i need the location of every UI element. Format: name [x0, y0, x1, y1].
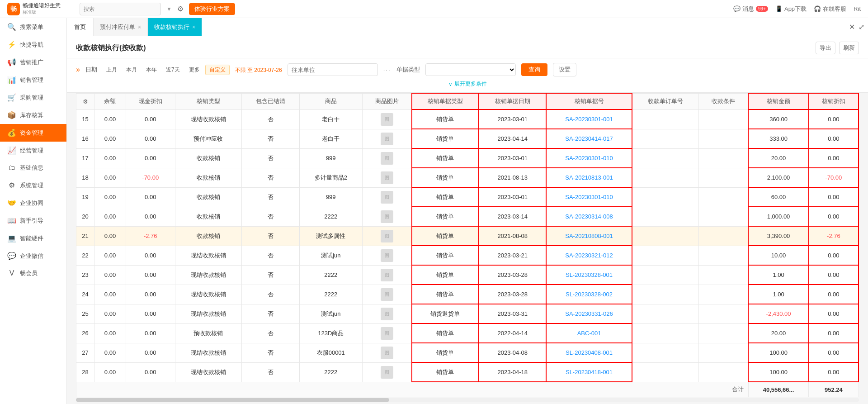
date-btn-7days[interactable]: 近7天	[162, 65, 184, 75]
cell-bill-no: SA-20210808-001	[546, 226, 632, 246]
cell-receipt-order	[632, 148, 699, 168]
bill-no-link[interactable]: SL-20230408-001	[566, 349, 613, 356]
cell-amount: 100.00	[748, 343, 808, 362]
bill-no-link[interactable]: SA-20210808-001	[565, 233, 613, 239]
cell-goods-img: 图	[362, 343, 411, 362]
date-btn-more[interactable]: 更多	[185, 65, 203, 75]
cell-bill-type: 销货单	[412, 362, 479, 382]
cell-bill-date: 2023-04-18	[479, 362, 546, 382]
sidebar-item-hardware[interactable]: 💻 智能硬件	[0, 229, 66, 247]
system-icon: ⚙	[7, 181, 16, 190]
cell-goods: 2222	[299, 207, 362, 226]
bill-no-link[interactable]: SA-20230321-012	[565, 252, 613, 259]
date-btn-last-month[interactable]: 上月	[103, 65, 121, 75]
sidebar-item-purchase[interactable]: 🛒 采购管理	[0, 89, 66, 106]
tab-receipt[interactable]: 收款核销执行 ×	[148, 18, 202, 36]
query-button[interactable]: 查询	[521, 63, 547, 76]
bill-no-link[interactable]: ABC-001	[577, 330, 601, 337]
app-download-item[interactable]: 📱 App下载	[775, 5, 807, 13]
cell-discount: 0.00	[809, 265, 859, 285]
th-type: 核销类型	[175, 93, 241, 109]
sidebar-item-basic[interactable]: 🗂 基础信息	[0, 159, 66, 176]
cell-receipt-cond	[699, 129, 748, 148]
sidebar-item-inventory[interactable]: 📦 库存核算	[0, 106, 66, 124]
bill-no-link[interactable]: SL-20230418-001	[566, 369, 613, 375]
cell-bill-date: 2023-03-14	[479, 207, 546, 226]
column-settings-icon[interactable]: ⚙	[83, 98, 88, 105]
close-window-icon[interactable]: ✕	[849, 23, 855, 31]
expand-conditions-btn[interactable]: ∨ 展开更多条件	[448, 80, 487, 88]
cell-cash-discount: 0.00	[126, 362, 175, 382]
cell-included: 否	[241, 285, 299, 304]
cell-receipt-cond	[699, 323, 748, 343]
tab-prepay-close[interactable]: ×	[138, 24, 141, 30]
cell-cash-discount: 0.00	[126, 187, 175, 207]
bill-no-link[interactable]: SA-20230301-010	[565, 194, 613, 200]
cell-receipt-order	[632, 323, 699, 343]
cell-goods-img: 图	[362, 207, 411, 226]
sidebar-item-system[interactable]: ⚙ 系统管理	[0, 176, 66, 194]
cell-bill-date: 2023-03-01	[479, 109, 546, 129]
date-btn-custom[interactable]: 自定义	[205, 65, 230, 75]
cell-discount: -70.00	[809, 168, 859, 187]
cell-type: 预收款核销	[175, 323, 241, 343]
bill-no-link[interactable]: SA-20230331-026	[565, 310, 613, 317]
sidebar-item-member[interactable]: V 畅会员	[0, 265, 66, 282]
maximize-icon[interactable]: ⤢	[859, 23, 864, 31]
settings-icon[interactable]: ⚙	[177, 5, 184, 13]
cell-receipt-cond	[699, 362, 748, 382]
th-cash-discount: 现金折扣	[126, 93, 175, 109]
sidebar-item-operations[interactable]: 📈 经营管理	[0, 142, 66, 159]
cell-discount: 0.00	[809, 343, 859, 362]
tab-receipt-close[interactable]: ×	[192, 24, 195, 30]
filter-dots: ···	[383, 67, 391, 73]
bill-no-link[interactable]: SL-20230328-001	[566, 271, 613, 278]
cell-bill-type: 销货单	[412, 148, 479, 168]
cell-amount: 333.00	[748, 129, 808, 148]
bill-no-link[interactable]: SA-20230314-008	[565, 213, 613, 220]
sidebar-item-search[interactable]: 🔍 搜索菜单	[0, 18, 66, 36]
table-settings-button[interactable]: 设置	[553, 63, 576, 76]
export-button[interactable]: 导出	[816, 42, 835, 54]
sidebar-label-system: 系统管理	[20, 181, 43, 190]
cell-bill-type: 销货单	[412, 187, 479, 207]
refresh-button[interactable]: 刷新	[839, 42, 859, 54]
cell-discount: 0.00	[809, 207, 859, 226]
sidebar-item-wechat[interactable]: 💬 企业微信	[0, 247, 66, 265]
marketing-icon: 📢	[7, 58, 16, 67]
sidebar-item-sales[interactable]: 📊 销售管理	[0, 71, 66, 89]
bill-no-link[interactable]: SA-20210813-001	[565, 174, 613, 181]
company-filter-input[interactable]	[288, 63, 378, 76]
cell-goods-img: 图	[362, 265, 411, 285]
cell-type: 收款核销	[175, 226, 241, 246]
data-table: ⚙ 余额 现金折扣 核销类型 包含已结清 商品 商品图片 核销单据类型 核销单据…	[76, 93, 859, 397]
filter-expand-icon[interactable]: »	[76, 66, 80, 74]
tab-home[interactable]: 首页	[67, 18, 94, 36]
single-type-select[interactable]	[425, 63, 516, 76]
cell-id: 24	[76, 285, 94, 304]
headset-icon: 🎧	[814, 5, 821, 12]
cell-bill-no: SA-20230301-010	[546, 148, 632, 168]
date-btn-this-year[interactable]: 本年	[142, 65, 160, 75]
sidebar-item-finance[interactable]: 💰 资金管理	[0, 124, 66, 142]
search-input[interactable]	[80, 3, 161, 15]
sidebar-item-nav[interactable]: ⚡ 快捷导航	[0, 36, 66, 53]
sidebar-item-marketing[interactable]: 📢 营销推广	[0, 53, 66, 71]
cell-discount: -2.76	[809, 226, 859, 246]
bill-no-link[interactable]: SL-20230328-002	[566, 291, 613, 298]
trial-button[interactable]: 体验行业方案	[189, 3, 235, 15]
message-item[interactable]: 💬 消息 99+	[733, 5, 768, 13]
cell-bill-date: 2023-03-28	[479, 285, 546, 304]
dropdown-arrow-icon[interactable]: ▼	[166, 6, 172, 12]
sidebar-item-collab[interactable]: 🤝 企业协同	[0, 194, 66, 212]
sidebar-item-guide[interactable]: 📖 新手引导	[0, 212, 66, 229]
bill-no-link[interactable]: SA-20230301-001	[565, 116, 613, 123]
message-label: 消息	[742, 5, 754, 13]
date-btn-this-month[interactable]: 本月	[123, 65, 141, 75]
customer-service-item[interactable]: 🎧 在线客服	[814, 5, 846, 13]
cell-discount: 0.00	[809, 304, 859, 323]
bill-no-link[interactable]: SA-20230301-010	[565, 155, 613, 162]
tab-prepay[interactable]: 预付冲应付单 ×	[94, 18, 148, 36]
bill-no-link[interactable]: SA-20230414-017	[565, 135, 613, 142]
cell-receipt-cond	[699, 187, 748, 207]
